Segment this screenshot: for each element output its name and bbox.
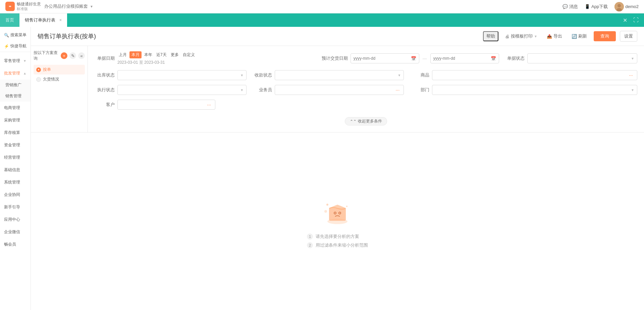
empty-hint-1: 1 请先选择要分析的方案	[307, 234, 368, 240]
exec-status-select[interactable]: ▼	[117, 85, 247, 95]
filter-sidebar-actions: + ✎ «	[61, 52, 85, 59]
help-btn[interactable]: 帮助	[483, 31, 498, 41]
customer-ellipsis[interactable]: ···	[206, 102, 212, 107]
date-tab-thismonth[interactable]: 本月	[129, 51, 142, 58]
collapse-btn-inner: ⌃⌃ 收起更多条件	[345, 117, 387, 125]
top-header: 畅捷通好生意 标准版 办公用品行业模拟账套 ▼ 💬 消息 📱 App下载 dem…	[0, 0, 644, 13]
exec-status-label: 执行状态	[95, 87, 115, 93]
filter-collapse-btn[interactable]: «	[78, 52, 85, 59]
tab-close-btn[interactable]: ×	[59, 18, 62, 22]
filter-group-receive-status: 收款状态 ▼	[252, 70, 404, 80]
collapse-more-btn[interactable]: ⌃⌃ 收起更多条件	[95, 114, 637, 127]
filter-group-salesman: 业务员 ···	[252, 85, 404, 95]
sidebar-ecommerce-label: 电商管理	[4, 105, 20, 111]
refresh-btn[interactable]: 🔄 刷新	[569, 32, 590, 41]
scheme-item-order[interactable]: ● 按单	[34, 65, 85, 74]
sidebar-item-member[interactable]: 畅会员	[0, 238, 31, 251]
tab-home-label: 首页	[5, 17, 14, 23]
sidebar-item-system[interactable]: 系统管理	[0, 176, 31, 189]
goods-select[interactable]: ···	[432, 70, 637, 80]
sidebar-corp-wechat-label: 企业微信	[4, 229, 20, 235]
message-action[interactable]: 💬 消息	[562, 4, 578, 10]
filter-group-date: 单据日期 上月 本月 本年 近7天 更多 自定义 2023-03-01 至 20…	[95, 51, 316, 65]
user-label: demo2	[625, 4, 639, 9]
customer-select[interactable]: ···	[117, 100, 215, 110]
settings-btn[interactable]: 设置	[620, 31, 637, 42]
sidebar-section: 零售管理 ▼ 批发管理 ▲ 营销推广 销售管理 电商管理 采购管理 库存核算	[0, 55, 31, 251]
tab-active[interactable]: 销售订单执行表 ×	[19, 13, 67, 27]
sidebar-item-basic[interactable]: 基础信息	[0, 164, 31, 176]
tab-home[interactable]: 首页	[0, 13, 19, 27]
refresh-icon: 🔄	[572, 34, 577, 39]
quick-nav-icon: ⚡	[4, 44, 9, 49]
sidebar-item-finance[interactable]: 资金管理	[0, 139, 31, 151]
user-action[interactable]: demo2	[614, 2, 639, 11]
filter-row-1: 单据日期 上月 本月 本年 近7天 更多 自定义 2023-03-01 至 20…	[95, 51, 637, 65]
logo-icon	[5, 2, 15, 11]
sidebar-item-app-center[interactable]: 应用中心	[0, 213, 31, 226]
filter-add-btn[interactable]: +	[61, 52, 67, 59]
print-btn[interactable]: 🖨 按模板打印 ▼	[502, 32, 540, 41]
expected-date-end-input[interactable]	[433, 56, 491, 61]
export-label: 导出	[553, 33, 562, 39]
calendar-end-icon[interactable]: 📅	[491, 56, 496, 61]
avatar	[614, 2, 624, 11]
sidebar-item-ecommerce[interactable]: 电商管理	[0, 102, 31, 114]
sidebar-sub-marketing[interactable]: 营销推广	[0, 80, 31, 91]
expected-date-start[interactable]: 📅	[351, 53, 419, 63]
sidebar-item-purchase[interactable]: 采购管理	[0, 114, 31, 126]
expected-date-end[interactable]: 📅	[430, 53, 499, 63]
empty-hint-1-text: 请先选择要分析的方案	[316, 234, 359, 240]
app-icon: 📱	[585, 4, 590, 9]
tab-expand-action[interactable]: ⛶	[632, 16, 640, 24]
date-separator: —	[421, 56, 428, 61]
date-tab-more[interactable]: 更多	[169, 51, 180, 58]
calendar-start-icon[interactable]: 📅	[411, 56, 416, 61]
print-arrow: ▼	[534, 35, 537, 38]
filter-area: 按以下方案查询 + ✎ « ● 按单 欠货情况	[31, 46, 644, 133]
sidebar-item-corp-wechat[interactable]: 企业微信	[0, 226, 31, 238]
sidebar-item-operation[interactable]: 经营管理	[0, 151, 31, 164]
goods-ellipsis[interactable]: ···	[628, 72, 634, 78]
out-status-select[interactable]: ▼	[117, 70, 247, 80]
receive-status-select[interactable]: ▼	[275, 70, 404, 80]
logo-subtext: 标准版	[17, 6, 41, 11]
filter-sidebar: 按以下方案查询 + ✎ « ● 按单 欠货情况	[31, 46, 88, 132]
hint-num-2: 2	[307, 242, 313, 248]
date-tab-custom[interactable]: 自定义	[181, 51, 196, 58]
expected-date-range: 📅 — 📅	[351, 53, 499, 63]
nav-dropdown-arrow: ▼	[90, 5, 93, 8]
message-icon: 💬	[562, 4, 568, 9]
status-select[interactable]: ▼	[527, 53, 638, 63]
sidebar: 🔍 搜索菜单 ⚡ 快捷导航 零售管理 ▼ 批发管理 ▲ 营销推广 销售管理	[0, 27, 31, 310]
nav-path[interactable]: 办公用品行业模拟账套 ▼	[44, 3, 93, 9]
sidebar-sub-sales[interactable]: 销售管理	[0, 91, 31, 102]
sidebar-sales-label: 销售管理	[5, 93, 21, 99]
sidebar-item-inventory[interactable]: 库存核算	[0, 126, 31, 139]
date-tab-lastmonth[interactable]: 上月	[117, 51, 128, 58]
salesman-select[interactable]: ···	[275, 85, 404, 95]
svg-point-8	[326, 204, 328, 206]
dept-select[interactable]: ▼	[432, 85, 637, 95]
tab-close-action[interactable]: ✕	[622, 16, 629, 25]
expected-date-start-input[interactable]	[354, 56, 411, 61]
date-tab-thisyear[interactable]: 本年	[143, 51, 154, 58]
sidebar-quick-nav-label: 快捷导航	[10, 43, 26, 49]
app-download-action[interactable]: 📱 App下载	[585, 4, 608, 10]
sidebar-search[interactable]: 🔍 搜索菜单	[0, 30, 31, 41]
sidebar-basic-label: 基础信息	[4, 167, 20, 173]
query-btn[interactable]: 查询	[594, 31, 616, 41]
scheme-item-debt[interactable]: 欠货情况	[34, 74, 85, 84]
filter-form: 单据日期 上月 本月 本年 近7天 更多 自定义 2023-03-01 至 20…	[88, 46, 644, 132]
filter-edit-btn[interactable]: ✎	[69, 52, 76, 59]
sidebar-quick-nav[interactable]: ⚡ 快捷导航	[0, 41, 31, 52]
sidebar-item-newbie[interactable]: 新手引导	[0, 201, 31, 213]
salesman-ellipsis[interactable]: ···	[394, 87, 401, 93]
logo-text-block: 畅捷通好生意 标准版	[17, 2, 41, 11]
sidebar-item-enterprise[interactable]: 企业协同	[0, 189, 31, 201]
export-btn[interactable]: 📤 导出	[544, 32, 565, 41]
sidebar-item-wholesale[interactable]: 批发管理 ▲	[0, 67, 31, 80]
dept-label: 部门	[409, 87, 429, 93]
sidebar-item-retail[interactable]: 零售管理 ▼	[0, 55, 31, 67]
date-tab-7days[interactable]: 近7天	[155, 51, 168, 58]
